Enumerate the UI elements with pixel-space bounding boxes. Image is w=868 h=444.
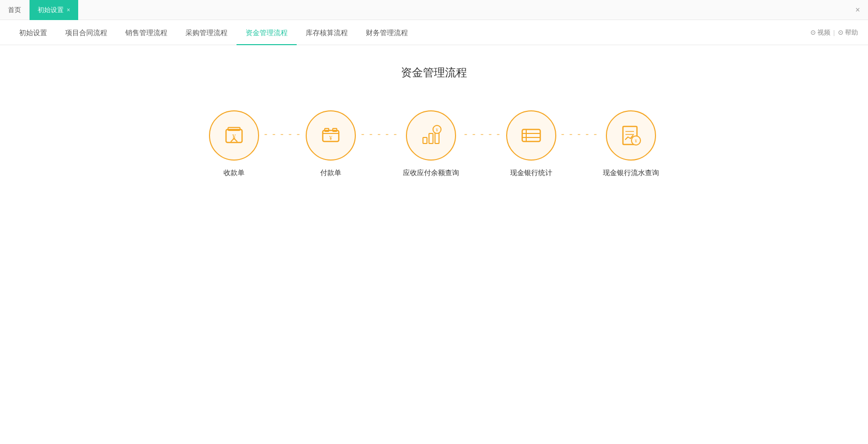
active-tab-label: 初始设置 <box>38 6 64 15</box>
svg-text:¥: ¥ <box>329 134 332 141</box>
xianjin-label: 现金银行统计 <box>510 169 552 178</box>
main-content: 资金管理流程 ¥ 收款单 - - - - - <box>0 45 868 198</box>
tab-close-icon[interactable]: × <box>67 7 70 14</box>
nav-item-zijin[interactable]: 资金管理流程 <box>237 20 297 45</box>
liushui-label: 现金银行流水查询 <box>603 169 659 178</box>
video-icon: ⊙ <box>810 29 816 36</box>
flow-item-yingshou[interactable]: ¥ 应收应付余额查询 <box>403 110 459 178</box>
nav-bar: 初始设置 项目合同流程 销售管理流程 采购管理流程 资金管理流程 库存核算流程 … <box>0 20 868 45</box>
video-button[interactable]: ⊙ 视频 <box>810 28 830 37</box>
fukuan-icon-circle: ¥ <box>306 110 356 161</box>
nav-item-xiangmu[interactable]: 项目合同流程 <box>56 20 116 45</box>
flow-container: ¥ 收款单 - - - - - ¥ 付款单 <box>209 110 659 178</box>
page-title: 资金管理流程 <box>401 65 467 80</box>
svg-rect-7 <box>423 137 427 143</box>
flow-item-shoukuan[interactable]: ¥ 收款单 <box>209 110 259 178</box>
flow-item-xianjin[interactable]: 现金银行统计 <box>506 110 556 178</box>
yingshou-icon-circle: ¥ <box>406 110 456 161</box>
help-label: 帮助 <box>845 28 858 37</box>
xianjin-icon-circle <box>506 110 556 161</box>
flow-item-fukuan[interactable]: ¥ 付款单 <box>306 110 356 178</box>
svg-text:¥: ¥ <box>635 138 637 143</box>
nav-item-chushishezhi[interactable]: 初始设置 <box>10 20 56 45</box>
nav-item-caiwu[interactable]: 财务管理流程 <box>357 20 417 45</box>
help-icon: ⊙ <box>838 29 843 36</box>
nav-item-xiaoshou[interactable]: 销售管理流程 <box>116 20 176 45</box>
yingshou-icon: ¥ <box>419 123 443 147</box>
xianjin-icon <box>519 123 543 147</box>
nav-right-actions: ⊙ 视频 | ⊙ 帮助 <box>810 28 858 37</box>
connector-1: - - - - - <box>264 128 301 140</box>
nav-divider: | <box>833 29 835 36</box>
connector-4: - - - - - <box>561 128 598 140</box>
flow-item-liushui[interactable]: ¥ 现金银行流水查询 <box>603 110 659 178</box>
connector-3: - - - - - <box>464 128 501 140</box>
fukuan-icon: ¥ <box>319 123 343 147</box>
liushui-icon: ¥ <box>619 123 643 147</box>
svg-rect-12 <box>522 129 540 141</box>
help-button[interactable]: ⊙ 帮助 <box>838 28 858 37</box>
nav-item-kucun[interactable]: 库存核算流程 <box>297 20 357 45</box>
window-close-button[interactable]: × <box>847 0 868 20</box>
active-tab[interactable]: 初始设置 × <box>30 0 78 20</box>
svg-text:¥: ¥ <box>436 127 439 132</box>
nav-item-caigou[interactable]: 采购管理流程 <box>176 20 237 45</box>
liushui-icon-circle: ¥ <box>606 110 656 161</box>
yingshou-label: 应收应付余额查询 <box>403 169 459 178</box>
top-bar: 首页 初始设置 × × <box>0 0 868 20</box>
shoukuan-label: 收款单 <box>224 169 245 178</box>
shoukuan-icon-circle: ¥ <box>209 110 259 161</box>
video-label: 视频 <box>817 28 830 37</box>
fukuan-label: 付款单 <box>320 169 341 178</box>
shoukuan-icon: ¥ <box>222 123 246 147</box>
home-tab[interactable]: 首页 <box>0 0 30 20</box>
svg-rect-8 <box>429 133 433 143</box>
connector-2: - - - - - <box>361 128 398 140</box>
